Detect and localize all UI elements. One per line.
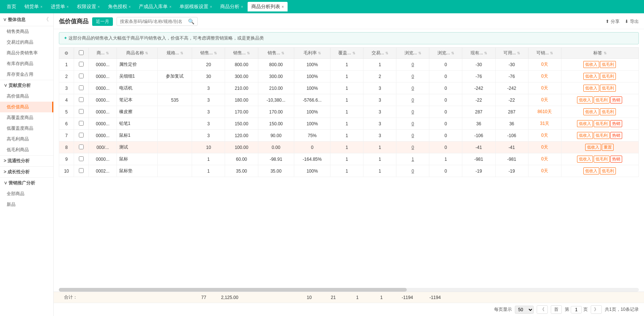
sidebar-item-all-products[interactable]: 全部商品 xyxy=(0,188,53,199)
sidebar-item-in-stock[interactable]: 有库存的商品 xyxy=(0,58,53,69)
export-button[interactable]: ⬇ 导出 xyxy=(625,18,639,25)
row-browse1[interactable]: 0 xyxy=(396,94,429,106)
row-select-checkbox[interactable] xyxy=(79,156,84,161)
row-browse1[interactable]: 0 xyxy=(396,118,429,130)
row-checkbox[interactable] xyxy=(74,106,89,118)
row-checkbox[interactable] xyxy=(74,82,89,94)
row-select-checkbox[interactable] xyxy=(79,133,84,137)
col-checkbox[interactable] xyxy=(74,48,89,59)
sidebar-item-low-margin[interactable]: 低毛利商品 xyxy=(0,145,53,155)
row-browse1[interactable]: 1 xyxy=(396,153,429,165)
sidebar-group-flow[interactable]: > 流通性分析 xyxy=(0,155,53,166)
sidebar-item-new-products[interactable]: 新品 xyxy=(0,199,53,210)
nav-purchase[interactable]: 进货单 × xyxy=(47,2,73,11)
row-browse1[interactable]: 0 xyxy=(396,106,429,118)
row-checkbox[interactable] xyxy=(74,118,89,130)
browse1-link[interactable]: 0 xyxy=(412,121,414,126)
select-all-checkbox[interactable] xyxy=(79,50,84,55)
sidebar-item-low-value[interactable]: 低价值商品 xyxy=(0,102,53,112)
sidebar-group-contribution[interactable]: ∨ 贡献度分析 xyxy=(0,80,53,91)
row-checkbox[interactable] xyxy=(74,165,89,177)
close-icon[interactable]: × xyxy=(241,5,243,9)
col-sale-qty[interactable]: 销售... ⇅ xyxy=(192,48,225,59)
row-select-checkbox[interactable] xyxy=(79,97,84,102)
time-filter-button[interactable]: 近一月 xyxy=(92,17,113,26)
close-icon[interactable]: × xyxy=(210,5,212,9)
row-checkbox[interactable] xyxy=(74,130,89,142)
row-checkbox[interactable] xyxy=(74,142,89,153)
browse1-link[interactable]: 0 xyxy=(412,109,414,115)
row-browse1[interactable]: 0 xyxy=(396,142,429,153)
nav-role[interactable]: 角色授权 × xyxy=(104,2,135,11)
close-icon[interactable]: × xyxy=(282,5,284,9)
row-select-checkbox[interactable] xyxy=(79,168,84,173)
sidebar-item-stock-capital[interactable]: 库存资金占用 xyxy=(0,69,53,80)
sidebar-item-traded[interactable]: 交易过的商品 xyxy=(0,37,53,48)
browse1-link[interactable]: 0 xyxy=(412,145,414,150)
close-icon[interactable]: × xyxy=(98,5,100,9)
col-saleable[interactable]: 可销... ⇅ xyxy=(528,48,561,59)
browse1-link[interactable]: 0 xyxy=(412,133,414,138)
nav-home[interactable]: 首页 xyxy=(3,2,20,11)
row-checkbox[interactable] xyxy=(74,71,89,82)
col-coverage[interactable]: 覆盖... ⇅ xyxy=(331,48,363,59)
scrollbar-thumb[interactable] xyxy=(59,288,407,292)
sidebar-item-high-value[interactable]: 高价值商品 xyxy=(0,91,53,102)
sidebar-item-category-rate[interactable]: 商品分类销售率 xyxy=(0,48,53,58)
col-name[interactable]: 商品名称 ⇅ xyxy=(117,48,157,59)
next-page-btn[interactable]: 》 xyxy=(591,305,602,314)
row-select-checkbox[interactable] xyxy=(79,121,84,126)
col-trade[interactable]: 交易... ⇅ xyxy=(363,48,396,59)
browse1-link[interactable]: 0 xyxy=(412,62,414,67)
search-input[interactable] xyxy=(120,19,187,24)
row-select-checkbox[interactable] xyxy=(79,74,84,78)
browse1-link[interactable]: 0 xyxy=(412,74,414,79)
col-browse1[interactable]: 浏览... ⇅ xyxy=(396,48,429,59)
sidebar-item-low-coverage[interactable]: 低覆盖度商品 xyxy=(0,123,53,134)
col-current-stock[interactable]: 现有... ⇅ xyxy=(462,48,495,59)
close-icon[interactable]: × xyxy=(67,5,69,9)
col-tags[interactable]: 标签 ⇅ xyxy=(561,48,638,59)
row-browse1[interactable]: 0 xyxy=(396,165,429,177)
browse1-link[interactable]: 0 xyxy=(412,169,414,174)
row-select-checkbox[interactable] xyxy=(79,85,84,90)
sidebar-collapse-btn[interactable]: 《 xyxy=(42,16,50,24)
row-select-checkbox[interactable] xyxy=(79,62,84,67)
search-icon[interactable]: 🔍 xyxy=(188,18,194,24)
col-settings[interactable]: ⚙ xyxy=(59,48,74,59)
close-icon[interactable]: × xyxy=(169,5,171,9)
col-code[interactable]: 商... ⇅ xyxy=(88,48,117,59)
share-button[interactable]: ⬆ 分享 xyxy=(606,18,620,25)
col-sale-amt[interactable]: 销售... ⇅ xyxy=(225,48,258,59)
first-page-btn[interactable]: 《 xyxy=(537,305,548,314)
close-icon[interactable]: × xyxy=(129,5,131,9)
sidebar-item-high-coverage[interactable]: 高覆盖度商品 xyxy=(0,112,53,123)
browse1-link[interactable]: 1 xyxy=(412,157,414,162)
table-wrapper[interactable]: ⚙ 商... ⇅ 商品名称 ⇅ 规格... ⇅ 销售... ⇅ 销售... ⇅ … xyxy=(54,47,644,288)
nav-sales[interactable]: 销货单 × xyxy=(21,2,46,11)
row-checkbox[interactable] xyxy=(74,59,89,71)
col-available[interactable]: 可用... ⇅ xyxy=(495,48,528,59)
nav-analysis-list[interactable]: 商品分析列表 × xyxy=(248,2,288,11)
browse1-link[interactable]: 0 xyxy=(412,98,414,103)
sidebar-item-high-margin[interactable]: 高毛利商品 xyxy=(0,134,53,145)
col-browse2[interactable]: 浏览... ⇅ xyxy=(429,48,462,59)
row-browse1[interactable]: 0 xyxy=(396,71,429,82)
horizontal-scrollbar[interactable] xyxy=(59,288,639,292)
browse1-link[interactable]: 0 xyxy=(412,86,414,91)
row-select-checkbox[interactable] xyxy=(79,145,84,149)
row-browse1[interactable]: 0 xyxy=(396,130,429,142)
page-input[interactable] xyxy=(571,306,582,313)
close-icon[interactable]: × xyxy=(40,5,43,9)
nav-permission[interactable]: 权限设置 × xyxy=(73,2,104,11)
nav-analysis[interactable]: 商品分析 × xyxy=(217,2,247,11)
row-browse1[interactable]: 0 xyxy=(396,82,429,94)
col-gross-margin[interactable]: 毛利率 ⇅ xyxy=(294,48,330,59)
nav-finished-goods[interactable]: 产成品入库单 × xyxy=(135,2,175,11)
row-select-checkbox[interactable] xyxy=(79,109,84,114)
prev-page-btn[interactable]: 首 xyxy=(551,305,562,314)
sidebar-item-sales-products[interactable]: 销售类商品 xyxy=(0,26,53,37)
row-browse1[interactable]: 0 xyxy=(396,59,429,71)
nav-template[interactable]: 单据模板设置 × xyxy=(176,2,216,11)
page-size-select[interactable]: 50 100 200 xyxy=(515,306,534,314)
